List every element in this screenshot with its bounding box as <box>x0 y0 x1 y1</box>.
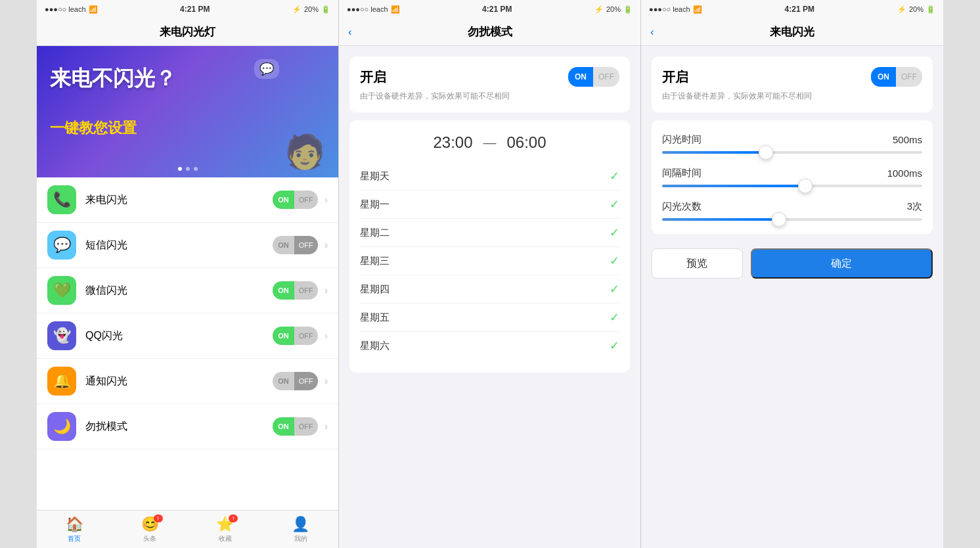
call-flash-chevron: › <box>324 194 328 206</box>
wechat-flash-label: 微信闪光 <box>85 284 273 298</box>
menu-item-dnd[interactable]: 🌙 勿扰模式 ON OFF › <box>37 404 338 449</box>
day-wednesday-label: 星期三 <box>360 255 390 267</box>
day-wednesday[interactable]: 星期三 ✓ <box>360 247 619 275</box>
menu-item-sms-flash[interactable]: 💬 短信闪光 ON OFF › <box>37 223 338 268</box>
dot-1[interactable] <box>178 167 182 171</box>
day-sunday-check: ✓ <box>610 169 619 183</box>
headline-badge: ! <box>154 514 163 522</box>
bt-icon-2: ⚡ <box>594 5 604 14</box>
day-sunday[interactable]: 星期天 ✓ <box>360 162 619 191</box>
day-saturday[interactable]: 星期六 ✓ <box>360 332 619 359</box>
battery-icon-3: 🔋 <box>926 5 935 14</box>
battery-icon-1: 🔋 <box>321 5 330 14</box>
nav-bar-3: ‹ 来电闪光 <box>641 18 943 46</box>
status-bar-2: ●●●○○ leach 📶 4:21 PM ⚡ 20% 🔋 <box>339 0 640 18</box>
time-1: 4:21 PM <box>180 5 210 14</box>
tab-home-label: 首页 <box>68 534 81 543</box>
enable-toggle-2[interactable]: ON OFF <box>568 67 619 87</box>
enable-hint-2: 由于设备硬件差异，实际效果可能不尽相同 <box>360 91 619 102</box>
day-friday-label: 星期五 <box>360 311 390 324</box>
enable-row-3: 开启 ON OFF <box>662 67 922 87</box>
bt-icon-3: ⚡ <box>897 5 906 14</box>
toggle-on-label-2: ON <box>568 67 593 87</box>
collect-badge: ! <box>229 514 238 522</box>
back-button-2[interactable]: ‹ <box>348 26 352 39</box>
day-monday-check: ✓ <box>610 197 619 212</box>
bottom-tab-bar: 🏠 首页 😊 ! 头条 ⭐ ! 收藏 👤 我的 <box>37 510 338 548</box>
menu-item-notify-flash[interactable]: 🔔 通知闪光 ON OFF › <box>37 359 338 404</box>
call-flash-icon: 📞 <box>47 185 76 214</box>
tab-collect-label: 收藏 <box>219 534 232 543</box>
menu-item-call-flash[interactable]: 📞 来电闪光 ON OFF › <box>37 177 338 223</box>
dnd-chevron: › <box>324 421 328 432</box>
wechat-flash-toggle[interactable]: ON OFF <box>273 281 318 300</box>
day-friday[interactable]: 星期五 ✓ <box>360 304 619 332</box>
enable-label-3: 开启 <box>662 68 688 86</box>
wifi-icon-2: 📶 <box>391 5 400 14</box>
menu-item-wechat-flash[interactable]: 💚 微信闪光 ON OFF › <box>37 268 338 313</box>
day-tuesday[interactable]: 星期二 ✓ <box>360 219 619 247</box>
status-bar-3: ●●●○○ leach 📶 4:21 PM ⚡ 20% 🔋 <box>641 0 943 18</box>
qq-flash-chevron: › <box>324 330 328 342</box>
mine-icon: 👤 <box>292 516 309 533</box>
day-thursday[interactable]: 星期四 ✓ <box>360 275 619 304</box>
flash-duration-fill <box>662 151 766 154</box>
nav-bar-1: 来电闪光灯 <box>37 18 338 46</box>
flash-count-thumb[interactable] <box>772 212 786 227</box>
sms-flash-toggle[interactable]: ON OFF <box>273 236 318 254</box>
interval-duration-row: 间隔时间 1000ms <box>662 167 922 187</box>
status-right-3: ⚡ 20% 🔋 <box>897 5 935 14</box>
battery-1: 20% <box>304 5 319 13</box>
qq-flash-toggle[interactable]: ON OFF <box>273 327 318 345</box>
dnd-toggle[interactable]: ON OFF <box>273 417 318 436</box>
time-3: 4:21 PM <box>785 5 814 14</box>
toggle-on-label-3: ON <box>871 67 896 87</box>
day-list: 星期天 ✓ 星期一 ✓ 星期二 ✓ 星期三 ✓ 星期四 ✓ <box>360 162 619 359</box>
nav-title-3: 来电闪光 <box>770 24 814 39</box>
time-2: 4:21 PM <box>482 5 512 14</box>
dot-2[interactable] <box>186 167 190 171</box>
time-row: 23:00 — 06:00 <box>360 133 619 152</box>
call-flash-toggle[interactable]: ON OFF <box>273 191 318 209</box>
battery-3: 20% <box>909 5 924 13</box>
time-from[interactable]: 23:00 <box>433 133 472 152</box>
notify-flash-label: 通知闪光 <box>85 375 273 388</box>
banner-subtitle: 一键教您设置 <box>50 118 137 138</box>
status-left-1: ●●●○○ leach 📶 <box>45 5 98 14</box>
time-to[interactable]: 06:00 <box>507 133 546 152</box>
day-thursday-check: ✓ <box>610 282 619 296</box>
menu-item-qq-flash[interactable]: 👻 QQ闪光 ON OFF › <box>37 313 338 359</box>
enable-toggle-3[interactable]: ON OFF <box>871 67 922 87</box>
battery-2: 20% <box>606 5 621 13</box>
sms-flash-label: 短信闪光 <box>85 239 273 252</box>
tab-collect[interactable]: ⭐ ! 收藏 <box>216 516 234 543</box>
notify-flash-icon: 🔔 <box>47 367 76 396</box>
qq-flash-icon: 👻 <box>47 321 76 350</box>
day-monday[interactable]: 星期一 ✓ <box>360 191 619 219</box>
time-separator: — <box>483 135 497 150</box>
day-saturday-label: 星期六 <box>360 340 390 352</box>
dot-3[interactable] <box>194 167 198 171</box>
battery-icon-2: 🔋 <box>623 5 633 14</box>
flash-duration-header: 闪光时间 500ms <box>662 133 922 146</box>
preview-button[interactable]: 预览 <box>652 248 743 279</box>
schedule-card: 23:00 — 06:00 星期天 ✓ 星期一 ✓ 星期二 ✓ 星期三 <box>349 120 630 373</box>
tab-headline-label: 头条 <box>143 534 156 543</box>
tab-headline[interactable]: 😊 ! 头条 <box>141 516 159 543</box>
status-right-2: ⚡ 20% 🔋 <box>594 5 633 14</box>
interval-duration-thumb[interactable] <box>798 179 813 193</box>
flash-duration-value: 500ms <box>893 134 922 145</box>
back-button-3[interactable]: ‹ <box>650 26 654 39</box>
tab-home[interactable]: 🏠 首页 <box>66 516 83 543</box>
banner-dots <box>178 167 198 171</box>
confirm-button[interactable]: 确定 <box>751 248 933 279</box>
interval-duration-fill <box>662 185 805 187</box>
status-left-2: ●●●○○ leach 📶 <box>347 5 400 14</box>
notify-flash-toggle[interactable]: ON OFF <box>273 372 318 390</box>
settings-card: 闪光时间 500ms 间隔时间 1000ms <box>652 120 933 234</box>
tab-mine[interactable]: 👤 我的 <box>292 516 309 543</box>
flash-duration-thumb[interactable] <box>759 145 773 160</box>
qq-flash-label: QQ闪光 <box>85 329 273 343</box>
home-icon: 🏠 <box>66 516 83 533</box>
tab-mine-label: 我的 <box>294 534 307 543</box>
